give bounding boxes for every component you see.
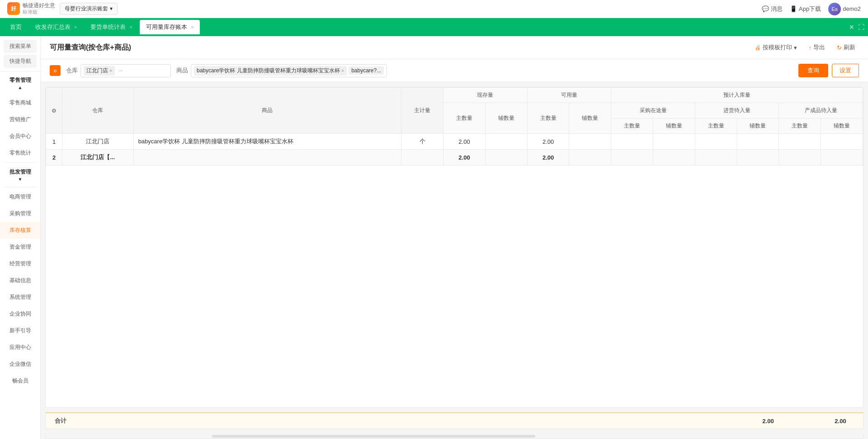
sidebar-quick-nav-btn[interactable]: 快捷导航	[4, 55, 37, 68]
sidebar-item-enterprise-wechat[interactable]: 企业微信	[0, 356, 40, 373]
export-label: 导出	[813, 43, 825, 52]
row2-finished-main-qty	[779, 150, 821, 165]
page-header: 可用量查询(按仓库+商品) 🖨 按模板打印 ▾ ↑ 导出 ↻ 刷新	[41, 36, 868, 59]
sidebar-item-enterprise-collab[interactable]: 企业协同	[0, 306, 40, 322]
sidebar-item-marketing[interactable]: 营销推广	[0, 111, 40, 128]
sidebar-item-finance[interactable]: 资金管理	[0, 239, 40, 255]
th-settings[interactable]: ⚙	[46, 88, 62, 134]
filter-expand-btn[interactable]: »	[50, 65, 61, 76]
top-bar-right: 💬 消息 📱 App下载 Ea demo2	[762, 3, 861, 15]
th-finished-main-qty: 主数量	[779, 118, 821, 134]
product-filter-group: 商品 babycare学饮杯 儿童防摔防撞吸管杯重力球吸嘴杯宝宝水杯 × bab…	[176, 64, 387, 77]
row1-main-unit: 个	[401, 134, 443, 150]
row1-available-aux-qty	[569, 134, 611, 150]
sidebar-item-ecommerce[interactable]: 电商管理	[0, 189, 40, 205]
filter-bar: » 仓库 江北门店 × ··· 商品 babycare学饮杯 儿童防摔防撞吸管杯…	[41, 59, 868, 82]
sidebar-item-operations[interactable]: 经营管理	[0, 255, 40, 272]
refresh-label: 刷新	[844, 43, 855, 52]
user-area[interactable]: Ea demo2	[828, 3, 861, 15]
row1-incoming-main-qty	[695, 134, 737, 150]
tab-receive-summary-label: 收发存汇总表	[35, 23, 71, 31]
data-table: ⚙ 仓库 商品 主计量 现存量 可用量 预计入库量 主数量 辅数量 主数量 辅数…	[46, 87, 863, 165]
sidebar-item-app-center[interactable]: 应用中心	[0, 339, 40, 356]
sidebar-item-inventory[interactable]: 库存核算	[0, 222, 40, 239]
export-btn[interactable]: ↑ 导出	[805, 42, 829, 53]
tab-available-ledger[interactable]: 可用量库存账本 ×	[140, 20, 200, 34]
row1-warehouse: 江北门店	[62, 134, 134, 150]
row2-seq: 2	[46, 150, 62, 165]
print-template-btn[interactable]: 🖨 按模板打印 ▾	[751, 42, 801, 53]
product-tag-2: babycare?...	[349, 66, 384, 75]
app-download-action[interactable]: 📱 App下载	[790, 5, 821, 13]
warehouse-filter-tags[interactable]: 江北门店 × ···	[80, 64, 171, 77]
th-incoming-pending-group: 进货待入量	[695, 103, 779, 118]
sidebar-item-member-center[interactable]: 会员中心	[0, 128, 40, 145]
th-current-aux-qty: 辅数量	[485, 103, 527, 134]
footer-current-main-qty: 2.00	[750, 418, 786, 425]
row2-purchase-aux-qty	[653, 150, 695, 165]
row2-purchase-main-qty	[611, 150, 653, 165]
scroll-bar-thumb	[212, 435, 535, 438]
tab-order-stats-close[interactable]: ×	[129, 24, 132, 30]
tab-available-ledger-close[interactable]: ×	[191, 24, 193, 30]
th-available-main-qty: 主数量	[527, 103, 569, 134]
app-download-label: App下载	[799, 5, 821, 13]
tab-order-stats[interactable]: 要货单统计表 ×	[84, 20, 138, 34]
table-scroll-bar[interactable]	[45, 434, 863, 439]
footer-available-main-qty: 2.00	[822, 418, 859, 425]
warehouse-tag-text: 江北门店	[86, 67, 108, 75]
refresh-btn[interactable]: ↻ 刷新	[833, 42, 859, 53]
sidebar-item-member[interactable]: 畅会员	[0, 373, 40, 389]
main-layout: 搜索菜单 快捷导航 零售管理 ▲ 零售商城 营销推广 会员中心 零售统计 批发管…	[0, 36, 868, 439]
sidebar-inventory-label: 库存核算	[9, 227, 31, 234]
sidebar-item-wholesale-mgmt[interactable]: 批发管理 ▼	[0, 164, 40, 186]
close-window-btn[interactable]: ✕	[849, 24, 854, 31]
tab-home-label: 首页	[10, 23, 22, 31]
table-row: 1 江北门店 babycare学饮杯 儿童防摔防撞吸管杯重力球吸嘴杯宝宝水杯 个…	[46, 134, 863, 150]
row2-available-main-qty: 2.00	[527, 150, 569, 165]
product-filter-label: 商品	[176, 66, 188, 75]
sidebar-system-label: 系统管理	[9, 293, 31, 301]
chevron-down-icon-2: ▼	[18, 177, 23, 182]
app-icon: 📱	[790, 5, 797, 12]
tab-home[interactable]: 首页	[4, 20, 28, 34]
row1-finished-main-qty	[779, 134, 821, 150]
settings-btn[interactable]: 设置	[832, 64, 859, 77]
sidebar-item-system[interactable]: 系统管理	[0, 289, 40, 306]
th-finished-pending-group: 产成品待入量	[779, 103, 863, 118]
refresh-icon: ↻	[837, 44, 842, 51]
warehouse-filter-more[interactable]: ···	[117, 67, 125, 74]
sidebar-app-center-label: 应用中心	[9, 344, 31, 351]
product-tag-1: babycare学饮杯 儿童防摔防撞吸管杯重力球吸嘴杯宝宝水杯 ×	[194, 66, 347, 76]
tab-receive-summary-close[interactable]: ×	[74, 24, 77, 30]
sidebar-item-retail-mgmt[interactable]: 零售管理 ▲	[0, 72, 40, 94]
sidebar-item-retail-stats[interactable]: 零售统计	[0, 145, 40, 161]
th-product: 商品	[133, 88, 401, 134]
row2-available-aux-qty	[569, 150, 611, 165]
maximize-window-btn[interactable]: ⛶	[858, 24, 864, 31]
th-warehouse: 仓库	[62, 88, 134, 134]
query-btn[interactable]: 查询	[798, 64, 828, 77]
sidebar-item-retail-mall[interactable]: 零售商城	[0, 94, 40, 111]
product-tag-1-remove[interactable]: ×	[341, 68, 344, 73]
th-available-aux-qty: 辅数量	[569, 103, 611, 134]
message-action[interactable]: 💬 消息	[762, 5, 783, 13]
sidebar-member-center-label: 会员中心	[9, 132, 31, 140]
tab-receive-summary[interactable]: 收发存汇总表 ×	[29, 20, 83, 34]
row1-product: babycare学饮杯 儿童防摔防撞吸管杯重力球吸嘴杯宝宝水杯	[133, 134, 401, 150]
logo-subtitle: 标准版	[23, 9, 55, 15]
sidebar-divider-2	[4, 187, 37, 188]
sidebar-marketing-label: 营销推广	[9, 116, 31, 123]
row2-incoming-main-qty	[695, 150, 737, 165]
th-finished-aux-qty: 辅数量	[821, 118, 863, 134]
top-bar-left: 好 畅捷通好生意 标准版 母婴行业演示账套 ▾	[7, 2, 118, 15]
sidebar-retail-mgmt-label: 零售管理	[9, 76, 31, 84]
sidebar-item-purchase[interactable]: 采购管理	[0, 205, 40, 222]
product-filter-tags[interactable]: babycare学饮杯 儿童防摔防撞吸管杯重力球吸嘴杯宝宝水杯 × babyca…	[191, 64, 387, 77]
sidebar-item-basic-info[interactable]: 基础信息	[0, 272, 40, 289]
sidebar-item-new-guide[interactable]: 新手引导	[0, 322, 40, 339]
th-purchase-transit-group: 采购在途量	[611, 103, 695, 118]
sidebar-search-btn[interactable]: 搜索菜单	[4, 40, 37, 53]
warehouse-tag-remove[interactable]: ×	[109, 68, 112, 73]
industry-select[interactable]: 母婴行业演示账套 ▾	[60, 3, 118, 15]
